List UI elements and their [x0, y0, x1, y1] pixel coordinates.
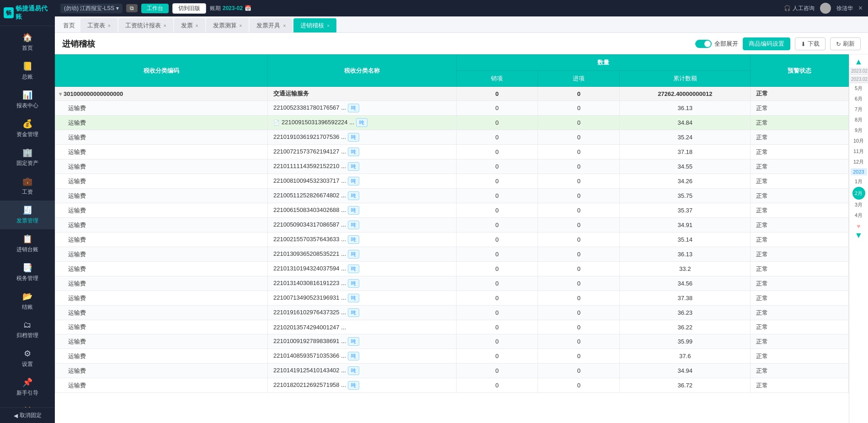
row-sales: 0: [456, 262, 538, 276]
tab-invoice-calc-close[interactable]: ×: [240, 23, 242, 28]
sidebar-item-salary[interactable]: 💼 工资: [0, 172, 55, 201]
tab-invoice-open-close[interactable]: ×: [283, 23, 286, 28]
row-status: 正常: [751, 174, 849, 189]
row-status: 正常: [751, 145, 849, 159]
timeline-down[interactable]: ▼: [854, 230, 864, 241]
tab-salary-stats-close[interactable]: ×: [164, 23, 166, 28]
row-name: 运输费: [55, 233, 268, 247]
sidebar-item-archive[interactable]: 🗂 归档管理: [0, 316, 55, 344]
workbench-btn[interactable]: 工作台: [141, 4, 169, 13]
refresh-btn[interactable]: ↻ 刷新: [830, 37, 861, 50]
col-quantity-group: 数量: [456, 55, 751, 71]
row-total: 35.24: [620, 130, 751, 145]
copy-btn[interactable]: ⧉: [126, 4, 138, 12]
timeline-month-2[interactable]: 2月: [852, 187, 865, 200]
sidebar-item-ledger[interactable]: 📒 总账: [0, 57, 55, 85]
timeline-month-10[interactable]: 10月: [849, 136, 868, 146]
tab-salary-label: 工资表: [87, 21, 105, 30]
tab-salary-stats[interactable]: 工资统计报表 ×: [118, 18, 173, 32]
group-name: 交通运输服务: [267, 87, 456, 101]
company-selector[interactable]: (勿动) 江西报宝-LSS ▾: [60, 4, 122, 13]
timeline-month-1[interactable]: 1月: [849, 176, 868, 187]
row-status: 正常: [751, 101, 849, 116]
unit-tag: 吨: [348, 177, 359, 185]
back-btn[interactable]: 切到旧版: [172, 3, 206, 14]
sidebar-item-label: 新手引导: [16, 389, 38, 397]
row-status: 正常: [751, 306, 849, 320]
tab-sales-check-close[interactable]: ×: [327, 23, 330, 28]
group-sales: 0: [456, 87, 538, 101]
table-row: 运输费 22100713490523196931 ... 吨 0 0 37.38…: [55, 291, 849, 306]
table-row: 运输费 22101916102976437325 ... 吨 0 0 36.23…: [55, 306, 849, 320]
row-sales: 0: [456, 378, 538, 393]
product-code-btn[interactable]: 商品编码设置: [743, 37, 790, 50]
home-icon: 🏠: [22, 32, 32, 42]
sidebar-item-label: 设置: [22, 360, 33, 368]
table-row: 运输费 22100721573762194127 ... 吨 0 0 37.18…: [55, 145, 849, 159]
table-row: 运输费 22100509034317086587 ... 吨 0 0 34.91…: [55, 218, 849, 233]
sidebar-item-reports[interactable]: 📊 报表中心: [0, 85, 55, 114]
sidebar-item-fixed-assets[interactable]: 🏢 固定资产: [0, 143, 55, 172]
support-btn[interactable]: 🎧 人工咨询: [784, 5, 814, 12]
unit-tag: 吨: [348, 162, 359, 171]
row-name: 运输费: [55, 291, 268, 306]
sidebar-item-tax-mgmt[interactable]: 📑 税务管理: [0, 258, 55, 287]
table-wrapper[interactable]: 税收分类编码 税收分类名称 数量 预警状态: [55, 54, 849, 423]
table-row: 运输费 22102013574294001247 ... 0 0 36.22 正…: [55, 320, 849, 334]
table-row: 运输费 22100523381780176567 ... 吨 0 0 36.13…: [55, 101, 849, 116]
unit-tag: 吨: [356, 118, 367, 127]
row-purchase: 0: [538, 247, 620, 262]
tab-invoice-open[interactable]: 发票开具 ×: [250, 18, 293, 32]
col-tax-code: 税收分类编码: [55, 55, 268, 87]
timeline-month-12[interactable]: 12月: [849, 157, 868, 167]
tab-invoice-close[interactable]: ×: [196, 23, 198, 28]
tab-sales-check-label: 进销稽核: [300, 21, 324, 30]
row-purchase: 0: [538, 262, 620, 276]
timeline-month-11[interactable]: 11月: [849, 146, 868, 157]
tab-salary[interactable]: 工资表 ×: [80, 18, 117, 32]
row-purchase: 0: [538, 101, 620, 116]
tab-invoice[interactable]: 发票 ×: [174, 18, 205, 32]
row-total: 34.56: [620, 276, 751, 291]
sidebar-item-label: 固定资产: [16, 159, 38, 167]
download-btn[interactable]: ⬇ 下载: [795, 37, 825, 50]
table-row: 运输费 22101408593571035366 ... 吨 0 0 37.6 …: [55, 349, 849, 364]
sidebar-item-sales-ledger[interactable]: 📋 进销台账: [0, 229, 55, 258]
settlement-icon: 📂: [22, 291, 32, 301]
row-sales: 0: [456, 130, 538, 145]
salary-icon: 💼: [22, 176, 32, 186]
tab-sales-check[interactable]: 进销稽核 ×: [293, 18, 336, 32]
sidebar-footer-pin[interactable]: ◀ 取消固定: [0, 407, 55, 423]
unit-tag: 吨: [348, 206, 359, 215]
tab-salary-close[interactable]: ×: [108, 23, 111, 28]
close-btn[interactable]: ×: [858, 4, 863, 12]
sidebar-item-guide[interactable]: 📌 新手引导: [0, 373, 55, 402]
row-sales: 0: [456, 233, 538, 247]
topbar: (勿动) 江西报宝-LSS ▾ ⧉ 工作台 切到旧版 账期 2023-02 📅 …: [55, 0, 868, 16]
timeline-month-7[interactable]: 7月: [849, 104, 868, 115]
timeline-month-8[interactable]: 8月: [849, 115, 868, 125]
timeline-up[interactable]: ▲: [854, 56, 864, 68]
sidebar-item-home[interactable]: 🏠 首页: [0, 28, 55, 57]
tab-home[interactable]: 首页: [59, 19, 80, 32]
row-invoice-no: 22100810094532303717 ... 吨: [267, 174, 456, 189]
timeline-month-6[interactable]: 6月: [849, 94, 868, 104]
timeline-month-5[interactable]: 5月: [849, 83, 868, 94]
sidebar-item-invoice-mgmt[interactable]: 🧾 发票管理: [0, 201, 55, 229]
col-tax-name: 税收分类名称: [267, 55, 456, 87]
sidebar-item-funds[interactable]: 💰 资金管理: [0, 114, 55, 143]
timeline-panel: ▲ 2023.02 2023.02 5月 6月 7月 8月 9月 10月 11月…: [849, 54, 868, 423]
row-total: 36.13: [620, 101, 751, 116]
sidebar-item-settlement[interactable]: 📂 结账: [0, 287, 55, 316]
archive-icon: 🗂: [23, 320, 32, 330]
sidebar-item-member[interactable]: 👑 畅会员: [0, 402, 55, 407]
tab-invoice-calc[interactable]: 发票测算 ×: [206, 18, 249, 32]
sidebar-item-settings[interactable]: ⚙ 设置: [0, 344, 55, 373]
period-calendar-icon[interactable]: 📅: [245, 5, 251, 11]
sales-ledger-icon: 📋: [22, 234, 32, 244]
timeline-month-4[interactable]: 4月: [849, 210, 868, 221]
timeline-month-9[interactable]: 9月: [849, 125, 868, 136]
row-invoice-no: 22100721573762194127 ... 吨: [267, 145, 456, 159]
expand-toggle[interactable]: [695, 40, 712, 48]
timeline-month-3[interactable]: 3月: [849, 200, 868, 210]
